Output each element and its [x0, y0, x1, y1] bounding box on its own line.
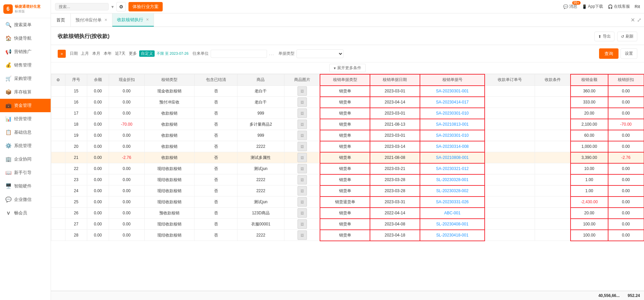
main-area: ▾ ⚙ 体验行业方案 💬 消息 99+ 📱 App下载 🎧 在线客服 Rit 首…: [51, 0, 644, 300]
export-btn[interactable]: ⬆ 导出: [594, 32, 614, 41]
expand-conditions-btn[interactable]: ▾ 展开更多条件: [329, 64, 366, 72]
filter-unit-input[interactable]: [211, 50, 267, 58]
receipt-order-no-cell: [485, 86, 535, 97]
cancel-discount-cell: 0.00: [608, 197, 644, 208]
bill-no-link[interactable]: SL-20230328-002: [436, 188, 469, 193]
goods-image-cell: 🖼: [284, 219, 320, 230]
topbar-industry-btn[interactable]: 体验行业方案: [128, 2, 163, 11]
topbar-app-download[interactable]: 📱 App下载: [582, 4, 603, 9]
bill-no-cell[interactable]: SL-20230328-001: [420, 174, 485, 185]
sidebar-item-enterprise[interactable]: 🏢 企业协同: [0, 153, 51, 166]
goods-cell: 测试多属性: [237, 152, 284, 163]
filter-date-more[interactable]: 更多: [128, 50, 138, 57]
sidebar-item-inventory[interactable]: 📦 库存核算: [0, 85, 51, 99]
bill-no-link[interactable]: ABC-001: [444, 211, 461, 215]
sidebar-item-hardware[interactable]: 🖥️ 智能硬件: [0, 179, 51, 193]
sidebar-item-operations[interactable]: 📊 经营管理: [0, 112, 51, 126]
filter-date-label: 日期: [70, 51, 78, 56]
tab-prepaid-close[interactable]: ✕: [104, 18, 107, 22]
bill-no-cell[interactable]: SL-20230328-002: [420, 185, 485, 197]
goods-image-cell: 🖼: [284, 108, 320, 119]
sidebar-item-search[interactable]: 🔍 搜索菜单: [0, 18, 51, 32]
goods-image-cell: 🖼: [284, 174, 320, 185]
sidebar-item-guide[interactable]: 📖 新手引导: [0, 166, 51, 179]
sidebar-item-finance[interactable]: 💼 资金管理: [0, 99, 51, 112]
bill-no-link[interactable]: SA-20230414-017: [436, 100, 469, 104]
filter-date-7days[interactable]: 近7天: [114, 50, 126, 57]
bill-type-cell: 销货退货单: [320, 197, 370, 208]
sidebar-item-sales[interactable]: 💰 销售管理: [0, 58, 51, 72]
sidebar-item-marketing[interactable]: 📢 营销推广: [0, 45, 51, 58]
goods-cell: 2222: [237, 174, 284, 185]
sidebar-item-wechat[interactable]: 💬 企业微信: [0, 193, 51, 206]
bill-no-link[interactable]: SA-20230301-010: [436, 111, 469, 116]
receipt-condition-cell: [535, 230, 571, 241]
cancel-type-cell: 收款核销: [145, 141, 195, 152]
sidebar-logo-text: 畅捷通谱好生意 标准版: [15, 4, 41, 14]
goods-image-cell: 🖼: [284, 97, 320, 108]
bill-no-link[interactable]: SA-20230301-010: [436, 133, 469, 138]
bill-no-link[interactable]: SA-20210813-001: [436, 122, 469, 127]
settings-btn[interactable]: 设置: [621, 48, 637, 59]
bill-no-cell[interactable]: SA-20230301-001: [420, 86, 485, 97]
bill-no-link[interactable]: SA-20230321-012: [436, 166, 469, 171]
bill-no-cell[interactable]: SA-20230301-010: [420, 130, 485, 141]
bill-no-link[interactable]: SL-20230418-001: [436, 233, 469, 238]
bill-no-cell[interactable]: SL-20230418-001: [420, 230, 485, 241]
table-area[interactable]: ⚙ 序号 余额 现金折扣 核销类型 包含已结清 商品 商品图片 核销单据类型 核…: [51, 74, 644, 291]
filter-date-this-month[interactable]: 本月: [91, 50, 101, 57]
topbar-online-service[interactable]: 🎧 在线客服: [608, 4, 630, 9]
sidebar-item-quick-nav[interactable]: 🏠 快捷导航: [0, 32, 51, 45]
filter-bill-type-select[interactable]: [297, 49, 343, 58]
sidebar-item-member[interactable]: V 畅会员: [0, 206, 51, 220]
bill-no-cell[interactable]: SA-20210808-001: [420, 152, 485, 163]
query-btn[interactable]: 查询: [599, 48, 619, 59]
tab-collection[interactable]: 收款核销执行 ✕: [112, 13, 154, 27]
bill-no-link[interactable]: SA-20230301-001: [436, 89, 469, 93]
cash-discount-cell: 0.00: [109, 141, 145, 152]
topbar-search-input[interactable]: [55, 3, 109, 10]
hardware-icon: 🖥️: [5, 183, 11, 189]
bill-no-link[interactable]: SA-20230314-008: [436, 144, 469, 149]
bill-no-link[interactable]: SL-20230328-001: [436, 177, 469, 182]
bill-no-cell[interactable]: SA-20230314-008: [420, 141, 485, 152]
no-cell: 25: [65, 197, 87, 208]
cash-discount-cell: -70.00: [109, 119, 145, 130]
bill-no-cell[interactable]: SA-20230321-012: [420, 163, 485, 174]
balance-cell: 0.00: [87, 219, 109, 230]
filter-date-custom[interactable]: 自定义: [139, 50, 155, 57]
bill-no-cell[interactable]: SA-20230414-017: [420, 97, 485, 108]
topbar-settings-btn[interactable]: ⚙: [116, 2, 126, 11]
maximize-icon[interactable]: ⤢: [637, 17, 641, 23]
receipt-condition-cell: [535, 141, 571, 152]
filter-date-this-year[interactable]: 本年: [103, 50, 113, 57]
topbar-dropdown-icon[interactable]: ▾: [111, 4, 114, 9]
tab-prepaid[interactable]: 预付冲应付单 ✕: [71, 13, 112, 27]
sidebar-item-system[interactable]: ⚙️ 系统管理: [0, 139, 51, 153]
settings-cell: [51, 174, 65, 185]
bill-no-cell[interactable]: SL-20230408-001: [420, 219, 485, 230]
filter-toggle-btn[interactable]: »: [58, 50, 66, 58]
topbar-message-btn[interactable]: 💬 消息 99+: [563, 4, 577, 9]
sidebar-item-basic-info[interactable]: 📋 基础信息: [0, 126, 51, 139]
settings-cell: [51, 219, 65, 230]
col-settings-header[interactable]: ⚙: [51, 74, 65, 86]
bill-no-link[interactable]: SA-20210808-001: [436, 155, 469, 160]
bill-no-cell[interactable]: SA-20230301-010: [420, 108, 485, 119]
bill-no-cell[interactable]: SA-20230331-026: [420, 197, 485, 208]
topbar-user[interactable]: Rit: [635, 4, 640, 9]
bill-no-cell[interactable]: ABC-001: [420, 208, 485, 219]
refresh-btn[interactable]: ↺ 刷新: [617, 32, 637, 41]
receipt-condition-cell: [535, 219, 571, 230]
bill-no-link[interactable]: SA-20230331-026: [436, 200, 469, 204]
receipt-condition-cell: [535, 130, 571, 141]
close-window-icon[interactable]: ✕: [631, 17, 635, 23]
bill-no-cell[interactable]: SA-20210813-001: [420, 119, 485, 130]
tab-home[interactable]: 首页: [51, 13, 71, 27]
bill-no-link[interactable]: SL-20230408-001: [436, 222, 469, 226]
filter-date-last-month[interactable]: 上月: [80, 50, 90, 57]
col-goods-image-header: 商品图片: [284, 74, 320, 86]
bill-date-cell: 2023-04-08: [370, 219, 420, 230]
tab-collection-close[interactable]: ✕: [146, 17, 149, 22]
sidebar-item-purchase[interactable]: 🛒 采购管理: [0, 72, 51, 85]
